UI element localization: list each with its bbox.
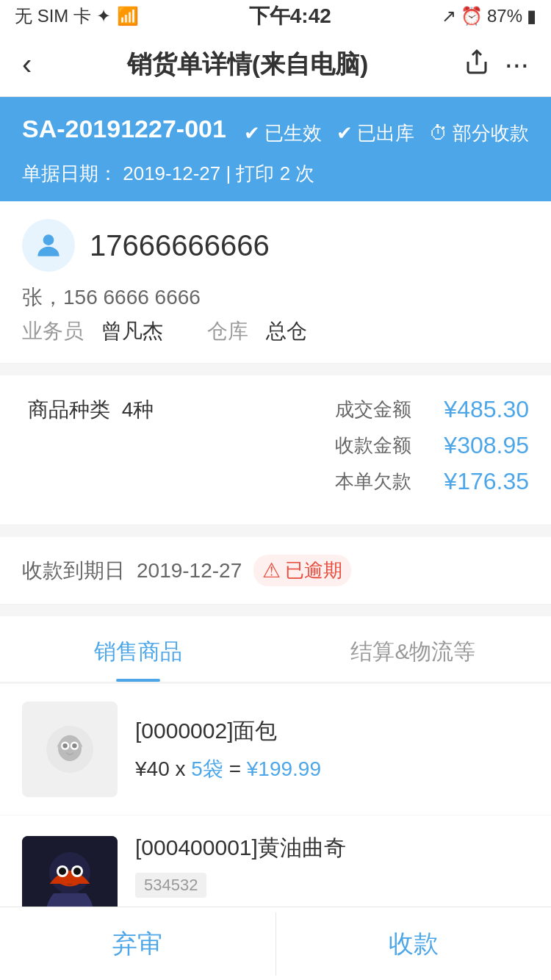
debt-row: 本单欠款 ¥176.35	[335, 468, 529, 495]
deal-amount-label: 成交金额	[335, 397, 411, 422]
tabs-bar: 销售商品 结算&物流等	[0, 616, 551, 682]
deal-amount-value: ¥485.30	[426, 396, 529, 423]
status-shipped: ✔ 已出库	[336, 120, 414, 146]
order-banner: SA-20191227-001 ✔ 已生效 ✔ 已出库 ⏱ 部分收款 单据日期：…	[0, 97, 551, 201]
location-icon: ↗	[442, 6, 456, 26]
svg-point-3	[58, 735, 82, 761]
print-suffix: 次	[295, 162, 314, 184]
salesman-label: 业务员	[22, 320, 84, 342]
collection-value: ¥308.95	[426, 432, 529, 459]
product-type-value: 4种	[122, 398, 154, 421]
check-icon-1: ✔	[244, 122, 260, 145]
overdue-label: 已逾期	[285, 558, 342, 583]
thumb-inner-1	[22, 702, 118, 797]
overdue-badge: ⚠ 已逾期	[253, 555, 351, 586]
collection-row: 收款金额 ¥308.95	[335, 432, 529, 459]
status-activated: ✔ 已生效	[244, 120, 322, 146]
product-type-row: 商品种类 4种	[22, 396, 154, 424]
product-info-1: [0000002]面包 ¥40 x 5袋 = ¥199.99	[135, 716, 529, 783]
clock-icon: ⏱	[429, 122, 448, 145]
customer-meta: 业务员 曾凡杰 仓库 总仓	[22, 317, 529, 345]
due-label: 收款到期日	[22, 557, 125, 585]
abandon-review-button[interactable]: 弃审	[0, 912, 276, 976]
order-id: SA-20191227-001	[22, 115, 226, 143]
svg-point-13	[73, 868, 81, 875]
customer-section: 17666666666 张，156 6666 6666 业务员 曾凡杰 仓库 总…	[0, 201, 551, 364]
nav-title: 销货单详情(来自电脑)	[127, 48, 369, 82]
status-time: 下午4:42	[249, 2, 331, 30]
wifi-icon: 📶	[117, 6, 139, 26]
summary-right: 成交金额 ¥485.30 收款金额 ¥308.95 本单欠款 ¥176.35	[335, 396, 529, 504]
status-right: ↗ ⏰ 87% ▮	[442, 6, 536, 26]
debt-value: ¥176.35	[426, 468, 529, 495]
price-1: ¥40	[135, 757, 170, 780]
share-button[interactable]	[464, 48, 490, 81]
product-item: [0000002]面包 ¥40 x 5袋 = ¥199.99	[0, 684, 551, 815]
order-date-row: 单据日期： 2019-12-27 | 打印 2 次	[22, 161, 529, 187]
product-name-1: [0000002]面包	[135, 716, 529, 746]
print-label: | 打印	[226, 162, 274, 184]
summary-left: 商品种类 4种	[22, 396, 154, 427]
product-price-1: ¥40 x 5袋 = ¥199.99	[135, 755, 529, 783]
nav-bar: ‹ 销货单详情(来自电脑) ···	[0, 32, 551, 97]
nav-left: ‹	[22, 48, 32, 81]
check-icon-2: ✔	[336, 122, 353, 145]
svg-point-7	[72, 743, 76, 748]
bottom-bar: 弃审 收款	[0, 907, 551, 980]
alarm-icon: ⏰	[461, 6, 483, 26]
overdue-icon: ⚠	[262, 558, 281, 583]
total-1: ¥199.99	[247, 757, 321, 780]
collection-label: 收款金额	[335, 433, 411, 458]
summary-section: 商品种类 4种 成交金额 ¥485.30 收款金额 ¥308.95 本单欠款 ¥…	[0, 375, 551, 525]
no-sim-text: 无 SIM 卡 ✦	[15, 4, 111, 28]
avatar	[22, 219, 75, 272]
status-left: 无 SIM 卡 ✦ 📶	[15, 4, 139, 28]
warehouse-value: 总仓	[266, 320, 307, 342]
product-tag-2: 534532	[135, 873, 206, 898]
warehouse-label: 仓库	[207, 320, 248, 342]
product-type-label: 商品种类	[28, 398, 110, 421]
status-bar: 无 SIM 卡 ✦ 📶 下午4:42 ↗ ⏰ 87% ▮	[0, 0, 551, 32]
collect-payment-button[interactable]: 收款	[276, 912, 552, 976]
nav-right: ···	[464, 48, 529, 81]
tab-settlement-logistics[interactable]: 结算&物流等	[276, 616, 551, 682]
print-count: 2	[280, 162, 290, 184]
svg-point-1	[43, 234, 54, 245]
order-status-row: ✔ 已生效 ✔ 已出库 ⏱ 部分收款	[244, 120, 529, 146]
back-button[interactable]: ‹	[22, 48, 32, 81]
product-thumbnail-1	[22, 702, 118, 797]
salesman-info: 业务员 曾凡杰	[22, 317, 163, 345]
tab-sales-products[interactable]: 销售商品	[0, 616, 276, 682]
more-button[interactable]: ···	[505, 48, 529, 81]
customer-top: 17666666666	[22, 219, 529, 272]
warehouse-info: 仓库 总仓	[207, 317, 307, 345]
battery-icon: ▮	[527, 6, 536, 26]
customer-phone: 17666666666	[90, 229, 270, 262]
order-date: 2019-12-27	[123, 162, 220, 184]
qty-1: 5袋	[191, 757, 223, 780]
svg-point-6	[62, 743, 67, 748]
product-name-2: [000400001]黄油曲奇	[135, 833, 529, 863]
debt-label: 本单欠款	[335, 469, 411, 494]
svg-point-12	[59, 868, 66, 875]
battery-text: 87%	[487, 6, 522, 26]
due-date: 2019-12-27	[137, 559, 242, 583]
status-partial-payment: ⏱ 部分收款	[429, 120, 529, 146]
customer-name: 张，156 6666 6666	[22, 284, 529, 311]
date-label: 单据日期：	[22, 162, 118, 184]
due-section: 收款到期日 2019-12-27 ⚠ 已逾期	[0, 537, 551, 605]
deal-amount-row: 成交金额 ¥485.30	[335, 396, 529, 423]
salesman-value: 曾凡杰	[101, 320, 163, 342]
